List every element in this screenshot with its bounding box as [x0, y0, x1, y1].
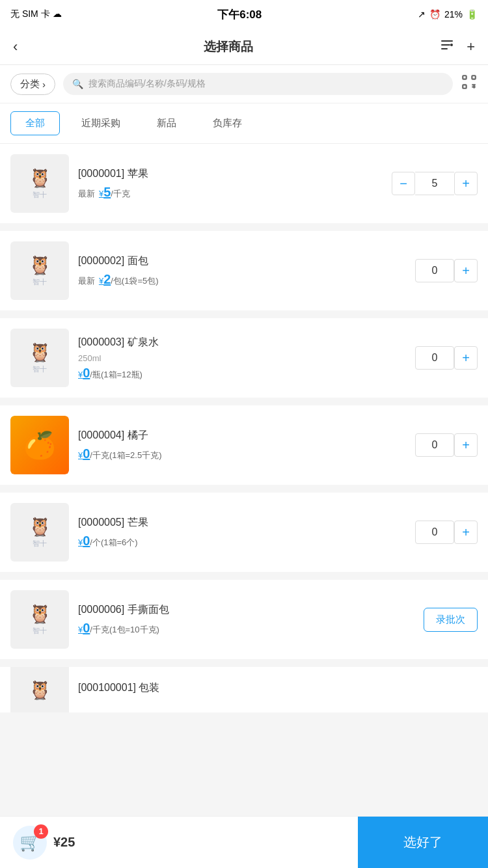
list-item: 🦉 智十 [0000003] 矿泉水 250ml ¥0/瓶(1箱=12瓶) + [0, 318, 488, 398]
quantity-control: + [415, 346, 478, 370]
quantity-input[interactable] [415, 259, 454, 282]
status-left: 无 SIM 卡 ☁ [10, 8, 62, 20]
category-label: 分类 [20, 78, 40, 90]
owl-text: 智十 [33, 539, 47, 549]
nav-right: + [439, 37, 475, 57]
product-name: [000100001] 包装 [78, 681, 478, 695]
product-info: [0000006] 手撕面包 ¥0/千克(1包=10千克) [78, 603, 414, 636]
product-thumbnail: 🦉 智十 [10, 154, 69, 213]
battery-text: 21% [444, 9, 463, 20]
product-thumbnail: 🦉 智十 [10, 241, 69, 300]
product-info: [0000005] 芒果 ¥0/个(1箱=6个) [78, 516, 406, 549]
scan-icon[interactable] [461, 74, 478, 94]
svg-rect-5 [472, 75, 475, 79]
confirm-button[interactable]: 选好了 [358, 817, 488, 869]
product-info: [000100001] 包装 [78, 681, 478, 699]
owl-icon: 🦉 [29, 603, 51, 625]
cart-icon-wrap[interactable]: 🛒 1 [13, 826, 47, 860]
orange-image: 🍊 [10, 416, 69, 474]
owl-icon: 🦉 [29, 254, 51, 276]
quantity-control: + [415, 521, 478, 544]
product-spec: 250ml [78, 353, 406, 363]
search-placeholder: 搜索商品编码/名称/条码/规格 [88, 78, 206, 90]
product-info: [0000003] 矿泉水 250ml ¥0/瓶(1箱=12瓶) [78, 336, 406, 381]
product-thumbnail: 🦉 智十 [10, 503, 69, 562]
cart-badge: 1 [34, 824, 48, 839]
product-name: [0000006] 手撕面包 [78, 603, 414, 617]
product-info: [0000001] 苹果 最新 ¥5/千克 [78, 167, 383, 200]
product-name: [0000002] 面包 [78, 254, 406, 268]
svg-rect-6 [463, 85, 466, 88]
product-price: ¥0/千克(1包=10千克) [78, 621, 414, 636]
list-item: 🦉 [000100001] 包装 [0, 667, 488, 712]
owl-text: 智十 [33, 190, 47, 200]
quantity-input[interactable] [415, 433, 454, 457]
increase-button[interactable]: + [454, 259, 478, 282]
nav-bar: ‹ 选择商品 + [0, 29, 488, 65]
quantity-input[interactable] [415, 521, 454, 544]
quantity-control: − + [392, 172, 478, 195]
quantity-control: + [415, 433, 478, 457]
filter-icon[interactable] [439, 37, 455, 57]
increase-button[interactable]: + [454, 433, 478, 457]
list-item: 🍊 [0000004] 橘子 ¥0/千克(1箱=2.5千克) + [0, 405, 488, 485]
back-button[interactable]: ‹ [13, 38, 18, 55]
tab-negative-stock[interactable]: 负库存 [198, 111, 257, 135]
product-info: [0000004] 橘子 ¥0/千克(1箱=2.5千克) [78, 429, 406, 461]
tab-all[interactable]: 全部 [10, 111, 60, 135]
page-title: 选择商品 [204, 38, 253, 55]
product-name: [0000005] 芒果 [78, 516, 406, 530]
product-thumbnail: 🦉 [10, 667, 69, 712]
batch-button[interactable]: 录批次 [424, 608, 478, 632]
alarm-icon: ⏰ [429, 9, 441, 20]
product-price: 最新 ¥2/包(1袋=5包) [78, 272, 406, 287]
owl-text: 智十 [33, 626, 47, 636]
owl-text: 智十 [33, 277, 47, 287]
product-price: ¥0/瓶(1箱=12瓶) [78, 366, 406, 381]
cart-area: 🛒 1 ¥25 [0, 826, 358, 860]
search-box[interactable]: 🔍 搜索商品编码/名称/条码/规格 [63, 73, 453, 95]
quantity-control: 录批次 [424, 608, 478, 632]
svg-rect-4 [463, 75, 466, 79]
category-button[interactable]: 分类 › [10, 74, 55, 95]
increase-button[interactable]: + [454, 521, 478, 544]
search-icon: 🔍 [72, 79, 83, 89]
product-price: ¥0/个(1箱=6个) [78, 534, 406, 549]
product-price: ¥0/千克(1箱=2.5千克) [78, 446, 406, 461]
nav-left: ‹ [13, 38, 18, 55]
tab-recent[interactable]: 近期采购 [66, 111, 135, 135]
product-list: 🦉 智十 [0000001] 苹果 最新 ¥5/千克 − + 🦉 智十 [0, 144, 488, 712]
increase-button[interactable]: + [454, 172, 478, 195]
owl-icon: 🦉 [29, 167, 51, 189]
status-right: ↗ ⏰ 21% 🔋 [418, 9, 478, 20]
add-button[interactable]: + [467, 38, 475, 55]
list-item: 🦉 智十 [0000002] 面包 最新 ¥2/包(1袋=5包) + [0, 231, 488, 310]
owl-icon: 🦉 [29, 342, 51, 363]
list-item: 🦉 智十 [0000006] 手撕面包 ¥0/千克(1包=10千克) 录批次 [0, 580, 488, 659]
product-thumbnail: 🦉 智十 [10, 329, 69, 387]
category-chevron-icon: › [42, 79, 46, 90]
cart-total: ¥25 [53, 835, 75, 850]
quantity-input[interactable] [415, 172, 454, 195]
tab-bar: 全部 近期采购 新品 负库存 [0, 103, 488, 144]
product-name: [0000003] 矿泉水 [78, 336, 406, 349]
location-icon: ↗ [418, 9, 426, 20]
bottom-bar: 🛒 1 ¥25 选好了 [0, 816, 488, 868]
list-item: 🦉 智十 [0000005] 芒果 ¥0/个(1箱=6个) + [0, 493, 488, 572]
svg-point-3 [450, 44, 453, 46]
battery-icon: 🔋 [467, 9, 478, 20]
decrease-button[interactable]: − [392, 172, 415, 195]
sim-text: 无 SIM 卡 ☁ [10, 8, 62, 20]
filter-bar: 分类 › 🔍 搜索商品编码/名称/条码/规格 [0, 65, 488, 103]
status-bar: 无 SIM 卡 ☁ 下午6:08 ↗ ⏰ 21% 🔋 [0, 0, 488, 29]
list-item: 🦉 智十 [0000001] 苹果 最新 ¥5/千克 − + [0, 144, 488, 223]
product-thumbnail: 🦉 智十 [10, 590, 69, 649]
product-name: [0000004] 橘子 [78, 429, 406, 442]
tab-new[interactable]: 新品 [142, 111, 191, 135]
increase-button[interactable]: + [454, 346, 478, 370]
product-info: [0000002] 面包 最新 ¥2/包(1袋=5包) [78, 254, 406, 287]
product-name: [0000001] 苹果 [78, 167, 383, 181]
quantity-control: + [415, 259, 478, 282]
quantity-input[interactable] [415, 346, 454, 370]
product-price: 最新 ¥5/千克 [78, 185, 383, 200]
